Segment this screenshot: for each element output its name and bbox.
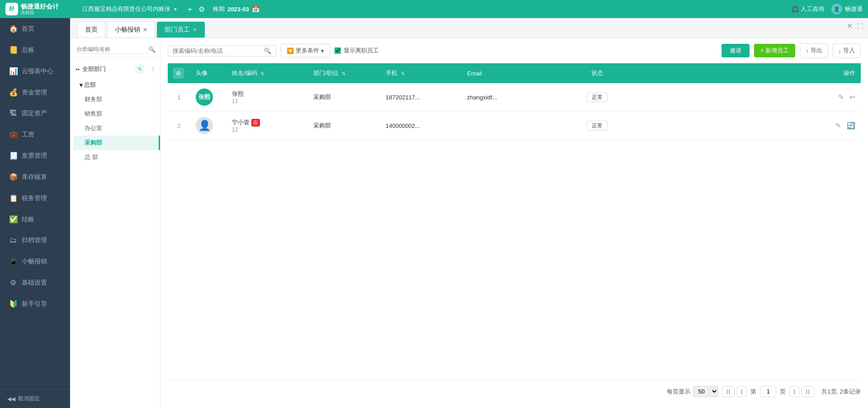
- col-dept[interactable]: 部门/职位 ⇅: [308, 63, 380, 83]
- service-button[interactable]: 🎧 人工咨询: [792, 5, 824, 13]
- sort-icon: ⇅: [260, 71, 264, 76]
- sidebar-item-inventory[interactable]: 📦 库存核算: [0, 166, 70, 188]
- expense-icon: 📱: [9, 257, 17, 266]
- name-code-cell: 宁小壹 应 12: [232, 118, 302, 133]
- page-size-area: 每页显示 50 20 100: [667, 386, 718, 397]
- export-button[interactable]: ↑ 导出: [800, 43, 828, 58]
- prev-page-button[interactable]: ⟨: [736, 386, 747, 397]
- dept-all-button[interactable]: ▪▪ 全部部门 ✎ 《: [70, 61, 160, 78]
- calendar-icon[interactable]: 📅: [252, 5, 259, 13]
- avatar: 👤: [196, 117, 213, 134]
- dept-item-general[interactable]: 总 部: [74, 150, 160, 164]
- settle-icon: ✅: [9, 215, 17, 224]
- logout-icon[interactable]: ↩: [849, 93, 855, 101]
- dept-expand-icon: ▼: [78, 82, 84, 89]
- settings-icon[interactable]: ⚙: [198, 5, 205, 14]
- show-resigned-checkbox[interactable]: [335, 47, 341, 54]
- content-area: 首页 小畅报销 ✕ 部门员工 ✕ ✕ ⛶: [70, 18, 868, 408]
- last-page-button[interactable]: ⟩⟩: [802, 386, 814, 397]
- tab-expense[interactable]: 小畅报销 ✕: [107, 22, 155, 38]
- sidebar-item-settle[interactable]: ✅ 结账: [0, 209, 70, 230]
- dept-panel: 🔍 ▪▪ 全部部门 ✎ 《 ▼ 总部 财务部: [70, 38, 160, 408]
- sidebar-item-label: 小畅报销: [22, 258, 47, 266]
- sidebar-item-settings[interactable]: ⚙ 基础设置: [0, 272, 70, 293]
- dept-item-sales[interactable]: 销售部: [74, 107, 160, 121]
- sidebar-item-label: 首页: [22, 25, 34, 33]
- page-number-input[interactable]: [760, 386, 776, 397]
- col-name-code[interactable]: 姓名/编码 ⇅: [226, 63, 308, 83]
- refresh-icon[interactable]: 🔄: [847, 122, 855, 130]
- sidebar-item-invoice[interactable]: 🧾 发票管理: [0, 145, 70, 166]
- avatar: 👤: [831, 4, 842, 14]
- close-expense-tab-icon[interactable]: ✕: [143, 27, 147, 33]
- row-no: 2: [168, 112, 190, 140]
- col-settings-icon[interactable]: ⚙: [173, 68, 184, 79]
- search-icon[interactable]: 🔍: [264, 47, 271, 54]
- sidebar-item-funds[interactable]: 💰 资金管理: [0, 82, 70, 103]
- edit-icon[interactable]: ✎: [835, 122, 841, 130]
- funds-icon: 💰: [9, 88, 17, 97]
- edition-label: 旗舰版: [21, 10, 59, 15]
- add-company-button[interactable]: ＋: [186, 4, 194, 14]
- employee-search-box[interactable]: 🔍: [168, 45, 276, 56]
- assets-icon: 🏗: [9, 109, 17, 117]
- dept-item-office[interactable]: 办公室: [74, 121, 160, 136]
- status-badge: 正常: [587, 92, 608, 102]
- dept-edit-icon[interactable]: ✎: [135, 64, 145, 74]
- sidebar-item-salary[interactable]: 💼 工资: [0, 124, 70, 145]
- home-icon: 🏠: [9, 24, 17, 33]
- col-settings: ⚙: [168, 63, 190, 83]
- sidebar-item-guide[interactable]: 🔰 新手引导: [0, 293, 70, 314]
- sidebar-item-label: 新手引导: [22, 300, 47, 308]
- dept-item-headquarter[interactable]: ▼ 总部: [74, 78, 160, 92]
- dept-item-purchase[interactable]: 采购部: [74, 136, 160, 150]
- first-page-button[interactable]: ⟨⟨: [722, 386, 735, 397]
- dept-item-label: 采购部: [85, 139, 102, 147]
- period-area: 账期 2023-03 📅: [213, 5, 259, 13]
- sidebar-item-home[interactable]: 🏠 首页: [0, 18, 70, 39]
- import-button[interactable]: ↓ 导入: [833, 43, 861, 58]
- chevron-down-icon[interactable]: ▼: [173, 7, 178, 12]
- settings-icon: ⚙: [9, 278, 17, 287]
- table-row: 2 👤 宁小壹: [168, 112, 861, 140]
- status-badge: 正常: [587, 121, 608, 131]
- sidebar-item-expense[interactable]: 📱 小畅报销: [0, 251, 70, 272]
- dept-item-label: 办公室: [85, 124, 102, 132]
- row-dept: 采购部: [308, 83, 380, 112]
- row-email: zhangxidf...: [462, 83, 552, 112]
- sidebar-item-ledger[interactable]: 📒 总账: [0, 39, 70, 61]
- dept-search-input[interactable]: [75, 45, 146, 54]
- next-page-button[interactable]: ⟩: [789, 386, 800, 397]
- sidebar-item-label: 云报表中心: [22, 67, 53, 75]
- company-selector[interactable]: 江西服宝精品有限责任公司内账张 ▼: [82, 5, 178, 13]
- add-employee-button[interactable]: + 新增员工: [754, 44, 795, 57]
- page-size-select[interactable]: 50 20 100: [693, 386, 718, 397]
- col-mobile[interactable]: 手机 ⇅: [380, 63, 462, 83]
- table-row: 1 张熙 张熙 11: [168, 83, 861, 112]
- dept-search-icon[interactable]: 🔍: [148, 46, 156, 53]
- invite-button[interactable]: 邀请: [722, 44, 750, 57]
- show-resigned-checkbox-area[interactable]: 显示离职员工: [335, 47, 379, 55]
- expand-icon[interactable]: ⛶: [857, 23, 863, 30]
- edit-icon[interactable]: ✎: [838, 93, 844, 101]
- close-dept-tab-icon[interactable]: ✕: [193, 27, 197, 33]
- sidebar-item-reports[interactable]: 📊 云报表中心: [0, 61, 70, 82]
- unpin-button[interactable]: ◀◀ 取消固定: [0, 389, 70, 408]
- sidebar-item-label: 发票管理: [22, 152, 47, 160]
- period-label: 账期: [213, 5, 225, 13]
- dept-item-finance[interactable]: 财务部: [74, 92, 160, 107]
- filter-button[interactable]: 🔽 更多条件 ▾: [281, 44, 330, 57]
- user-area[interactable]: 👤 畅捷通: [831, 4, 863, 14]
- sidebar-item-label: 工资: [22, 131, 34, 139]
- sidebar-item-archive[interactable]: 🗂 归档管理: [0, 230, 70, 251]
- collapse-icon[interactable]: 《: [149, 66, 155, 73]
- tab-dept-employee[interactable]: 部门员工 ✕: [157, 22, 205, 38]
- salary-icon: 💼: [9, 130, 17, 139]
- employee-search-input[interactable]: [173, 47, 264, 54]
- close-window-icon[interactable]: ✕: [847, 22, 853, 30]
- chevron-down-icon: ▾: [321, 47, 324, 54]
- sidebar-item-tax[interactable]: 📋 税务管理: [0, 188, 70, 209]
- sidebar-item-assets[interactable]: 🏗 固定资产: [0, 103, 70, 124]
- tab-home[interactable]: 首页: [77, 22, 105, 38]
- headset-icon: 🎧: [792, 6, 799, 13]
